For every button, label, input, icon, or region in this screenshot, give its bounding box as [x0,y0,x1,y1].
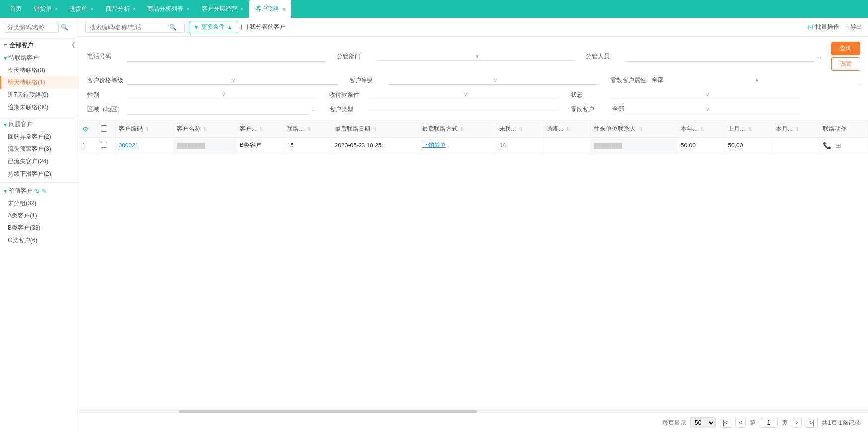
customer-type-select[interactable] [369,108,559,111]
my-customers-checkbox-label[interactable]: 我分管的客户 [241,23,286,31]
filter-button[interactable]: ▼ 更多条件 ▲ [189,21,237,33]
gear-header: ⚙ [79,121,97,138]
nav-customer-contact[interactable]: 客户联络 × [249,0,291,18]
row-overdue [543,138,591,153]
scrollbar-thumb[interactable] [179,410,477,413]
manager-input[interactable] [626,51,814,62]
close-icon[interactable]: × [90,6,93,12]
row-actions: 📞 ⊞ [820,138,868,153]
payment-select[interactable]: ∨ [369,90,559,99]
sidebar-item-ungrouped[interactable]: 未分组(32) [0,197,79,210]
export-icon: ↑ [845,24,848,31]
nav-product-analysis[interactable]: 商品分析 × [100,0,142,18]
nav-purchase-order[interactable]: 进货单 × [64,0,99,18]
sidebar-item-churn-warning[interactable]: 流失预警客户(3) [0,143,79,155]
row-uncontacted: 14 [496,138,544,153]
page-number-input[interactable] [760,418,778,428]
customer-level-select[interactable]: ∨ [389,76,599,85]
row-select-checkbox[interactable] [101,142,107,148]
close-icon[interactable]: × [282,6,285,12]
gender-select[interactable]: ∨ [127,90,317,99]
row-this-year: 50.00 [677,138,725,153]
refresh-icon[interactable]: ↻ [35,188,40,195]
collapse-icon[interactable]: 《 [69,41,75,50]
region-input[interactable] [127,104,308,115]
toolbar-right-actions: ☑ 批量操作 ↑ 导出 [808,23,862,31]
filter-customer-type: 客户类型 [329,105,559,114]
grid-icon[interactable]: ⊞ [835,142,841,149]
sort-icon: ⇅ [145,126,149,132]
sort-icon: ⇅ [700,126,704,132]
retail-customer-select[interactable]: 全部 ∨ [610,103,800,115]
filter-panel: 电话号码 分管部门 ∨ 分管人员 ... [79,37,868,121]
chevron-down-icon: ∨ [494,77,596,83]
sidebar-item-today-contact[interactable]: 今天待联络(0) [0,64,79,76]
more-icon[interactable]: ... [308,106,317,113]
value-customers-group: ▾ 价值客户 ↻ ✎ [0,185,79,197]
search-input[interactable] [90,24,169,31]
nav-product-analysis-list[interactable]: 商品分析列表 × [142,0,195,18]
settings-icon[interactable]: ⚙ [82,125,89,133]
more-icon[interactable]: ... [814,53,823,60]
close-icon[interactable]: × [133,6,136,12]
nav-sales-order[interactable]: 销货单 × [28,0,64,18]
batch-operation-button[interactable]: ☑ 批量操作 [808,23,839,31]
nav-home[interactable]: 首页 [4,0,28,18]
horizontal-scrollbar[interactable] [79,409,868,413]
checkbox-icon: ☑ [808,24,813,31]
filter-gender: 性别 ∨ [87,90,317,99]
content-area: 🔍 ▼ 更多条件 ▲ 我分管的客户 ☑ 批量操作 ↑ 导出 [79,18,868,432]
next-page-button[interactable]: > [792,418,802,428]
col-type: 客户... ⇅ [236,121,284,138]
close-icon[interactable]: × [55,6,58,12]
row-code[interactable]: 000021 [115,138,174,153]
last-page-button[interactable]: >| [806,418,818,428]
sidebar-item-churned[interactable]: 已流失客户(24) [0,155,79,168]
col-actions: 联络动作 [820,121,868,138]
export-button[interactable]: ↑ 导出 [845,23,862,31]
nav-customer-tier[interactable]: 客户分层经营 × [196,0,249,18]
sidebar-item-tomorrow-contact[interactable]: 明天待联络(1) [0,76,79,89]
col-this-month: 本月... ⇅ [772,121,820,138]
all-customers-title: ≡ 全部客户 《 [0,37,79,52]
sort-icon: ⇅ [519,126,523,132]
sidebar-item-a-class[interactable]: A类客户(1) [0,210,79,222]
prev-page-button[interactable]: < [735,418,746,428]
sidebar-item-b-class[interactable]: B类客户(33) [0,222,79,234]
phone-input[interactable] [127,51,325,62]
set-button[interactable]: 设置 [831,57,860,71]
row-contact-count: 15 [284,138,332,153]
select-all-checkbox[interactable] [101,125,107,132]
search-icon[interactable]: 🔍 [169,24,177,31]
filter-icon: ▼ [193,24,199,31]
sidebar-item-declining[interactable]: 持续下滑客户(2) [0,168,79,180]
retail-attr-select[interactable]: 全部 ∨ [650,74,860,86]
phone-icon[interactable]: 📞 [823,142,831,149]
close-icon[interactable]: × [186,6,189,12]
filter-customer-level: 客户等级 ∨ [349,76,599,85]
sidebar-item-overdue-contact[interactable]: 逾期未联络(30) [0,101,79,114]
sidebar-item-abnormal-repurchase[interactable]: 回购异常客户(2) [0,131,79,143]
chevron-down-icon: ∨ [755,77,858,83]
query-button[interactable]: 查询 [831,42,860,55]
chevron-down-icon: ∨ [222,92,315,97]
col-last-month: 上月... ⇅ [725,121,773,138]
sidebar-item-c-class[interactable]: C类客户(6) [0,234,79,247]
search-icon[interactable]: 🔍 [61,24,68,31]
first-page-button[interactable]: |< [720,418,731,428]
edit-icon[interactable]: ✎ [42,188,47,195]
row-last-method[interactable]: 下销货单 [419,138,496,153]
status-select[interactable]: ∨ [610,90,800,99]
col-last-contact-date: 最后联络日期 ⇅ [331,121,419,138]
divider [0,116,79,116]
sidebar-item-7days-contact[interactable]: 近7天待联络(0) [0,89,79,101]
sidebar-search-area: 🔍 [0,18,79,37]
my-customers-checkbox[interactable] [241,24,248,30]
dept-select[interactable]: ∨ [376,52,574,61]
close-icon[interactable]: × [240,6,243,12]
page-size-select[interactable]: 50 100 200 [690,417,716,428]
col-contact-count: 联络... ⇅ [284,121,332,138]
checkbox-header [97,121,115,138]
price-level-select[interactable]: ∨ [127,76,337,85]
sidebar-search-input[interactable] [4,22,59,33]
